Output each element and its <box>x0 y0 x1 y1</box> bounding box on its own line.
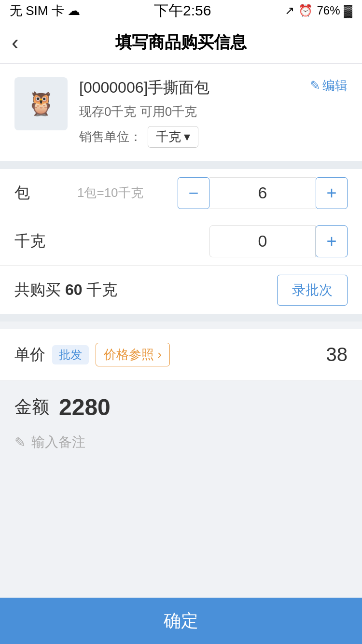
amount-label: 金额 <box>14 395 49 419</box>
purchase-summary: 共购买 60 千克 <box>14 280 117 301</box>
main-content: 🦉 [0000006]手撕面包 现存0千克 可用0千克 销售单位： 千克 ▾ ✎… <box>0 64 362 598</box>
unit-selector[interactable]: 千克 ▾ <box>148 126 198 148</box>
back-button[interactable]: ‹ <box>12 32 19 53</box>
price-ref-button[interactable]: 价格参照 › <box>96 343 170 366</box>
bao-hint: 1包=10千克 <box>77 184 143 201</box>
dropdown-icon: ▾ <box>184 129 190 144</box>
price-row: 单价 批发 价格参照 › 38 <box>0 329 362 380</box>
kg-controls: + <box>209 225 348 257</box>
status-right: ↗ ⏰ 76% ▓ <box>285 4 352 17</box>
product-stock: 现存0千克 可用0千克 <box>79 103 348 120</box>
status-time: 下午2:56 <box>154 1 211 21</box>
remark-text: 输入备注 <box>31 433 85 451</box>
bao-controls: − + <box>178 177 348 209</box>
battery-icon: ▓ <box>344 4 353 17</box>
nav-bar: ‹ 填写商品购买信息 <box>0 21 362 64</box>
unit-label: 销售单位： <box>79 128 142 145</box>
product-name: [0000006]手撕面包 <box>79 77 348 98</box>
product-logo-icon: 🦉 <box>27 90 56 117</box>
product-card: 🦉 [0000006]手撕面包 现存0千克 可用0千克 销售单位： 千克 ▾ ✎… <box>0 64 362 161</box>
kg-row: 千克 + <box>0 217 362 266</box>
alarm-icon: ⏰ <box>298 4 313 17</box>
purchase-prefix: 共购买 <box>14 281 61 298</box>
product-image: 🦉 <box>14 77 68 130</box>
purchase-unit-val: 千克 <box>86 281 117 298</box>
confirm-label: 确定 <box>164 609 198 633</box>
page-title: 填写商品购买信息 <box>115 31 247 54</box>
amount-row: 金额 2280 <box>14 394 348 420</box>
kg-input[interactable] <box>209 225 316 257</box>
unit-value: 千克 <box>156 128 181 145</box>
edit-button[interactable]: ✎ 编辑 <box>310 77 348 94</box>
amount-value: 2280 <box>59 394 111 420</box>
location-icon: ↗ <box>285 4 294 17</box>
purchase-qty-val: 60 <box>65 281 83 298</box>
record-batch-button[interactable]: 录批次 <box>277 275 348 306</box>
confirm-button[interactable]: 确定 <box>0 598 362 644</box>
amount-section: 金额 2280 ✎ 输入备注 <box>0 380 362 466</box>
remark-icon: ✎ <box>14 434 26 450</box>
remark-row[interactable]: ✎ 输入备注 <box>14 428 348 466</box>
bao-plus-button[interactable]: + <box>316 177 348 209</box>
price-value: 38 <box>326 344 348 365</box>
battery-label: 76% <box>317 4 340 17</box>
product-unit-row: 销售单位： 千克 ▾ <box>79 126 348 148</box>
price-label: 单价 <box>14 344 45 365</box>
status-left: 无 SIM 卡 ☁ <box>10 2 80 19</box>
bao-section: 包 1包=10千克 − + 千克 + 共购买 60 千克 录批次 <box>0 169 362 314</box>
purchase-row: 共购买 60 千克 录批次 <box>0 266 362 314</box>
separator-2 <box>0 314 362 322</box>
sim-label: 无 SIM 卡 ☁ <box>10 2 80 19</box>
price-section: 单价 批发 价格参照 › 38 <box>0 329 362 380</box>
bao-label: 包 <box>14 182 72 204</box>
kg-plus-button[interactable]: + <box>316 225 348 257</box>
separator-1 <box>0 161 362 169</box>
edit-label: 编辑 <box>322 77 348 94</box>
content-spacer <box>0 466 362 598</box>
status-bar: 无 SIM 卡 ☁ 下午2:56 ↗ ⏰ 76% ▓ <box>0 0 362 21</box>
bao-input[interactable] <box>209 177 316 209</box>
kg-label: 千克 <box>14 231 72 252</box>
bao-row: 包 1包=10千克 − + <box>0 169 362 217</box>
pifa-badge: 批发 <box>52 345 89 364</box>
edit-icon: ✎ <box>310 78 320 93</box>
product-info: [0000006]手撕面包 现存0千克 可用0千克 销售单位： 千克 ▾ <box>79 77 348 148</box>
bao-minus-button[interactable]: − <box>178 177 209 209</box>
